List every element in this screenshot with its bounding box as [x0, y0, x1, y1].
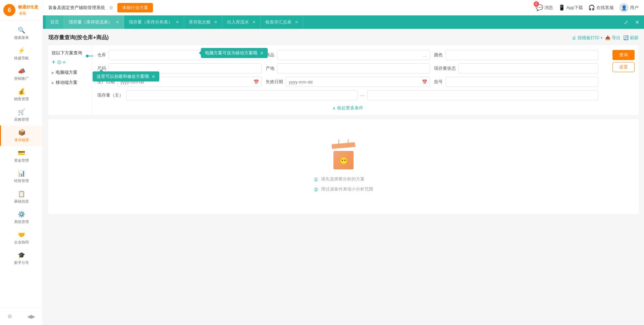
results-area: 😶 ① 请先选择要分析的方案 ② 用过滤条件来缩小分析范围: [48, 119, 639, 214]
message-icon-wrapper: 💬 6: [536, 4, 543, 11]
gear-icon: ⚙️: [18, 211, 25, 218]
stock-status-select[interactable]: [459, 63, 598, 73]
origin-field: 产地: [266, 63, 430, 73]
tab-batch-ledger-label: 库存批次账: [189, 19, 211, 25]
stock-status-field: 现存量状态: [434, 63, 598, 73]
batch-field: 批号: [434, 77, 598, 87]
tab-fullscreen-icon[interactable]: ⤢: [622, 19, 630, 25]
tab-close-all-icon[interactable]: ✕: [633, 19, 641, 25]
goods-input[interactable]: [277, 50, 430, 60]
stock-main-max-input[interactable]: [367, 90, 599, 100]
calendar-icon-1[interactable]: 📅: [254, 79, 259, 85]
experience-button[interactable]: 体验行业方案: [117, 3, 153, 12]
tab-summary[interactable]: 收发存汇总表 ✕: [261, 15, 303, 29]
calendar-icon-2[interactable]: 📅: [422, 79, 427, 85]
empty-state: 😶 ① 请先选择要分析的方案 ② 用过滤条件来缩小分析范围: [314, 139, 373, 194]
tab-batch-ledger[interactable]: 库存批次账 ✕: [184, 15, 222, 29]
color-label: 颜色: [434, 52, 443, 58]
scheme-dot-connector: [86, 55, 89, 57]
filter-query-title: 按以下方案查询: [48, 48, 92, 58]
sidebar-item-management[interactable]: 📊 经营管理: [0, 166, 43, 187]
tooltip-scheme-mobile-text: 电脑方案可设为移动方案哦: [205, 50, 257, 56]
logo-area: 6 畅通好生意 标版: [0, 0, 43, 20]
batch-input[interactable]: [445, 77, 598, 87]
color-select[interactable]: [445, 50, 598, 60]
tab-inventory-status-close[interactable]: ✕: [116, 20, 119, 24]
chevron-right-icon-2: ▶: [52, 81, 54, 85]
logo-text: 畅通好生意 标版: [18, 4, 38, 16]
tab-inout-flow[interactable]: 出入库流水 ✕: [222, 15, 261, 29]
sidebar-item-enterprise[interactable]: 🤝 企业协同: [0, 228, 43, 248]
export-icon: 📤: [605, 35, 610, 40]
sidebar-nav: 🔍 搜索菜单 ⚡ 快捷导航 📣 营销推广 💰 销售管理 🛒 采购管理 📦 库存核…: [0, 20, 43, 308]
tooltip-1-close[interactable]: ✕: [260, 51, 264, 56]
tab-inout-flow-close[interactable]: ✕: [252, 20, 256, 24]
back-scheme-button[interactable]: «: [63, 59, 66, 65]
expiry-date-field: 失效日期 📅: [266, 77, 430, 87]
step-1: ① 请先选择要分析的方案: [314, 176, 373, 183]
settings-bottom-icon[interactable]: ⚙: [6, 312, 13, 321]
tab-home[interactable]: 首页: [46, 15, 64, 29]
settings-icon[interactable]: ⚙: [109, 5, 113, 10]
app-download-label: App下载: [567, 5, 583, 11]
cart-icon: 🛒: [18, 108, 25, 116]
tab-inventory-distribution-close[interactable]: ✕: [176, 20, 179, 24]
message-label: 消息: [544, 5, 553, 11]
scheme-sidebar: 按以下方案查询 + ⊙ « ▶ 电脑端方案 ▶ 移动端方案: [48, 45, 92, 115]
flash-icon: ⚡: [18, 47, 25, 54]
app-download-item[interactable]: 📱 App下载: [558, 4, 583, 11]
origin-select[interactable]: [277, 63, 430, 73]
user-item[interactable]: 👤 用户: [619, 3, 639, 12]
export-button[interactable]: 📤 导出: [605, 35, 621, 41]
stock-main-min-input[interactable]: [126, 90, 358, 100]
sidebar-item-purchase[interactable]: 🛒 采购管理: [0, 105, 43, 125]
tab-home-label: 首页: [50, 19, 59, 25]
goods-input-wrapper: …: [277, 50, 430, 60]
tab-inventory-distribution-label: 现存量（库存分布表）: [129, 19, 172, 25]
tooltip-arrow-2: [99, 69, 103, 71]
sidebar-item-sales[interactable]: 💰 销售管理: [0, 85, 43, 105]
chevron-down-icon: ▾: [601, 36, 602, 40]
sidebar: 6 畅通好生意 标版 🔍 搜索菜单 ⚡ 快捷导航 📣 营销推广 💰 销售管理 🛒…: [0, 0, 43, 325]
expiry-date-label: 失效日期: [266, 79, 283, 85]
tab-inventory-distribution[interactable]: 现存量（库存分布表） ✕: [124, 15, 184, 29]
message-item[interactable]: 💬 6 消息: [536, 4, 553, 11]
refresh-button[interactable]: 🔄 刷新: [623, 35, 639, 41]
card-icon: 💳: [18, 149, 25, 157]
sidebar-item-guide[interactable]: 🎓 新手引导: [0, 248, 43, 269]
template-print-button[interactable]: 🖨 按模板打印 ▾: [572, 35, 602, 41]
collapse-button[interactable]: ∧ 收起更多条件: [332, 105, 363, 111]
graduation-icon: 🎓: [18, 252, 25, 259]
box-rope-1: [338, 139, 339, 148]
sidebar-item-search[interactable]: 🔍 搜索菜单: [0, 23, 43, 44]
copy-scheme-button[interactable]: ⊙: [57, 59, 61, 65]
sidebar-item-marketing[interactable]: 📣 营销推广: [0, 64, 43, 85]
reset-button[interactable]: 设置: [612, 62, 635, 72]
sidebar-item-basic[interactable]: 📋 基础信息: [0, 187, 43, 207]
tooltip-2-close[interactable]: ✕: [152, 74, 155, 79]
search-button[interactable]: 查询: [612, 50, 635, 60]
logo-icon: 6: [3, 4, 15, 16]
add-scheme-button[interactable]: +: [52, 59, 56, 65]
collapse-sidebar-icon[interactable]: ◀▶: [26, 312, 37, 321]
step-2-number: ②: [314, 186, 318, 194]
main-content: 现存量查询(按仓库+商品) 🖨 按模板打印 ▾ 📤 导出 🔄 刷新 按以下方案查…: [43, 29, 644, 325]
sidebar-item-finance[interactable]: 💳 资金管理: [0, 146, 43, 166]
tab-summary-close[interactable]: ✕: [295, 20, 298, 24]
online-support-item[interactable]: 🎧 在线客服: [588, 4, 614, 11]
tab-batch-ledger-close[interactable]: ✕: [214, 20, 217, 24]
expiry-date-wrapper: 📅: [286, 77, 430, 87]
sidebar-item-inventory[interactable]: 📦 库存核算: [0, 125, 43, 146]
expiry-date-input[interactable]: [286, 77, 430, 87]
sidebar-item-system[interactable]: ⚙️ 系统管理: [0, 207, 43, 228]
scheme-mobile-toggle[interactable]: ▶ 移动端方案: [48, 78, 92, 87]
money-icon: 💰: [18, 88, 25, 95]
list-icon: 📋: [18, 190, 25, 198]
user-avatar: 👤: [619, 3, 629, 12]
tab-inventory-status[interactable]: 现存量（库存状况表） ✕: [64, 15, 124, 29]
scheme-desktop-toggle[interactable]: ▶ 电脑端方案: [48, 68, 92, 77]
sidebar-bottom: ⚙ ◀▶: [0, 308, 43, 325]
goods-dots-icon[interactable]: …: [423, 52, 427, 58]
message-badge: 6: [534, 1, 539, 7]
sidebar-item-shortcut[interactable]: ⚡ 快捷导航: [0, 44, 43, 64]
